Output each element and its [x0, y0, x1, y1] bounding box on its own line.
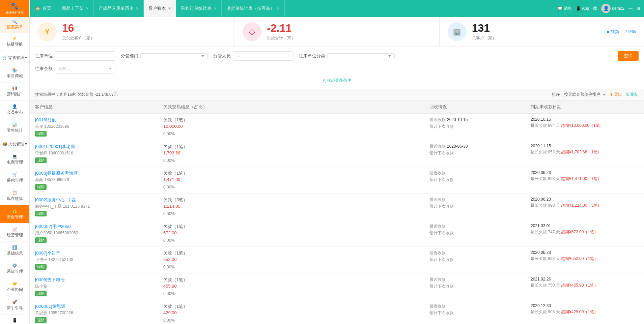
sidebar-item-beginner[interactable]: 🚀 新手引导 [0, 296, 29, 315]
cell-customer: [0007]小进干 小进干 18279152100 现销 [35, 250, 163, 270]
sidebar-item-inventory[interactable]: 📋 库存核算 [0, 187, 29, 205]
customer-name-link[interactable]: [000002]用户2050 [35, 224, 71, 229]
customer-name-link[interactable]: [0003]畅捷服务尹海蒸 [35, 171, 78, 176]
sidebar-item-batch-mgmt[interactable]: 📦 批发管理 ▾ [0, 137, 29, 151]
tab-purchase-order[interactable]: 采购订单统计表 ✕ [176, 0, 222, 17]
tab-close-icon[interactable]: ✕ [86, 6, 89, 11]
debt-percent: 0.00% [163, 265, 429, 269]
debt-count: 欠款（1笔） [163, 117, 429, 123]
sidebar-item-member[interactable]: 👤 会员中心 [0, 101, 29, 119]
sidebar-item-enterprise[interactable]: 🤝 企业协同 [0, 278, 29, 296]
window-minimize-btn[interactable]: — [628, 6, 633, 11]
tab-products-off[interactable]: 商品上下架 ✕ [57, 0, 94, 17]
sort-label: 排序：按欠款金额倒序排序 [552, 92, 600, 97]
tab-close-icon[interactable]: ✕ [214, 6, 217, 11]
debt-amount[interactable]: 10,000.00 [163, 124, 429, 129]
stats-card-1-info: 16 总欠款客户（家） [62, 22, 94, 41]
debt-amount[interactable]: 652.00 [163, 257, 429, 262]
results-text: 搜索结果中，客户16家 欠款金额 -21,148.07元 [35, 92, 118, 97]
debt-amount[interactable]: 672.00 [163, 230, 429, 235]
sidebar-item-fast-nav[interactable]: ⚡ 快捷导航 [0, 33, 29, 51]
topbar-user-btn[interactable]: 👤 demo2 [601, 4, 624, 13]
tab-close-icon[interactable]: ✕ [136, 6, 139, 11]
overdue-link[interactable]: 超期¥10,000.00（1笔） [561, 123, 604, 128]
overdue-link[interactable]: 超期¥1,703.68（1笔） [561, 150, 601, 154]
overdue-link[interactable]: 超期¥1,214.00（3笔） [561, 203, 601, 208]
filter-collapse-btn[interactable]: ⋀ 收起更多条件 [35, 76, 639, 86]
sidebar-item-operation[interactable]: 📈 经营管理 [0, 224, 29, 242]
batch-mgmt-icon: 📦 [2, 142, 7, 146]
tab-home[interactable]: 🏠 首页 [30, 0, 57, 17]
export-button[interactable]: ⬆ 导出 [610, 92, 622, 97]
sidebar-item-label: 零售统计 [0, 128, 29, 134]
sidebar-item-ecommerce[interactable]: 💻 电商管理 [0, 151, 29, 169]
tab-close-icon[interactable]: ✕ [168, 6, 171, 11]
customer-phone: 陈小希 [35, 284, 163, 289]
tab-product-history[interactable]: 产成品入库单历史 ✕ [94, 0, 144, 17]
customer-name-link[interactable]: [0006]去下粮仓 [35, 277, 65, 282]
total-customers-label: 总客户（家） [472, 35, 496, 41]
customer-name-link[interactable]: [0007]小进干 [35, 251, 60, 256]
sidebar-item-purchase[interactable]: 🛒 采购管理 [0, 169, 29, 187]
cell-debt: 欠款（3笔） 1,214.00 0.00% [163, 197, 429, 216]
tab-customer-account[interactable]: 客户账本 ✕ [144, 0, 176, 17]
sidebar-item-marketing[interactable]: 📢 营销推广 [0, 83, 29, 101]
customer-name-link[interactable]: [0002]服务中心_丁磊 [35, 197, 76, 202]
unit-class-select[interactable] [327, 53, 395, 59]
overdue-link[interactable]: 超期¥455.90（1笔） [561, 283, 598, 288]
dept-select[interactable] [140, 53, 208, 59]
debt-amount[interactable]: 1,471.00 [163, 177, 429, 182]
sidebar-item-retail-stats[interactable]: 📊 零售统计 [0, 119, 29, 137]
debt-count: 欠款（1笔） [163, 277, 429, 283]
overdue-link[interactable]: 超期¥672.00（1笔） [561, 230, 598, 234]
debt-amount[interactable]: 1,703.68 [163, 150, 429, 155]
customer-name-link[interactable]: [000001]黄思源 [35, 304, 65, 309]
debt-count: 欠款（1笔） [163, 144, 429, 150]
tab-close-icon[interactable]: ✕ [277, 6, 280, 11]
sidebar-item-label: 新手引导 [0, 305, 29, 311]
customer-name-link[interactable]: [0016]吕俊 [35, 117, 56, 122]
manager-label: 分管人员 [213, 53, 231, 59]
sidebar-item-finance[interactable]: 💰 资金管理 [0, 205, 29, 224]
search-button[interactable]: 查询 [618, 51, 639, 61]
sidebar-item-label: 电商管理 [0, 159, 29, 165]
sidebar-item-basic-info[interactable]: ℹ️ 基础信息 [0, 242, 29, 260]
customer-phone: 用户2050 18665062050 [35, 230, 163, 236]
topbar-message-btn[interactable]: 💬 消息 [558, 6, 572, 11]
video-btn[interactable]: ▶ 视频 [607, 29, 619, 35]
sidebar-item-search-menu[interactable]: 🔍 搜索菜单 [0, 17, 29, 33]
sidebar-item-retail-mgmt[interactable]: 🛒 零售管理 ▾ [0, 51, 29, 64]
refresh-button[interactable]: ↻ 刷新 [626, 92, 639, 97]
manager-value: ··· [236, 53, 243, 59]
from-unit-input[interactable]: ··· [55, 51, 115, 61]
sidebar-item-app-center[interactable]: 📱 应用中心 [0, 315, 29, 324]
sidebar-item-system[interactable]: ⚙️ 系统管理 [0, 260, 29, 278]
manager-input[interactable]: ··· [233, 51, 293, 61]
sidebar-item-retail-store[interactable]: 🏪 零售商城 [0, 64, 29, 83]
fast-nav-icon: ⚡ [0, 36, 29, 41]
debt-amount[interactable]: 429.00 [163, 310, 429, 315]
cell-customer: [0016]吕俊 吕俊 13026203696 现销 [35, 117, 163, 137]
sort-selector[interactable]: 排序：按欠款金额倒序排序 [552, 92, 606, 97]
overdue-link[interactable]: 超期¥652.00（1笔） [561, 256, 598, 261]
debt-amount[interactable]: 455.90 [163, 284, 429, 289]
help-btn[interactable]: ? 帮助 [624, 29, 636, 35]
topbar-app-download-btn[interactable]: 📱 App下载 [576, 6, 597, 11]
table-row: [0016]吕俊 吕俊 13026203696 现销 欠款（1笔） 10,000… [30, 114, 644, 140]
basic-info-icon: ℹ️ [0, 245, 29, 250]
balance-select[interactable]: 选择... [55, 64, 115, 73]
debt-count: 欠款（1笔） [163, 250, 429, 256]
overdue-link[interactable]: 超期¥429.00（1笔） [561, 310, 598, 314]
window-maximize-btn[interactable]: ⊞ [637, 6, 640, 11]
customer-name-link[interactable]: [0001020001]李老师 [35, 144, 75, 149]
overdue-link[interactable]: 超期¥1,471.00（1笔） [561, 176, 601, 181]
message-label: 消息 [564, 6, 572, 11]
tab-stock-stats[interactable]: 进货单统计表（按商品） ✕ [222, 0, 285, 17]
debt-amount[interactable]: 1,214.00 [163, 204, 429, 209]
sidebar-item-label: 批发管理 [8, 141, 24, 147]
cell-recovery: 最近收款 预计下次收款 [429, 277, 531, 290]
chevron-down-icon: ▾ [25, 55, 27, 60]
debt-icon: ◇ [243, 22, 261, 41]
content-area: ¥ 16 总欠款客户（家） ◇ -2.11 欠款合计（万） 🏢 [30, 17, 644, 324]
cell-customer: [0002]服务中心_丁磊 服务中心_丁磊 181 0125 8371 现销 [35, 197, 163, 216]
